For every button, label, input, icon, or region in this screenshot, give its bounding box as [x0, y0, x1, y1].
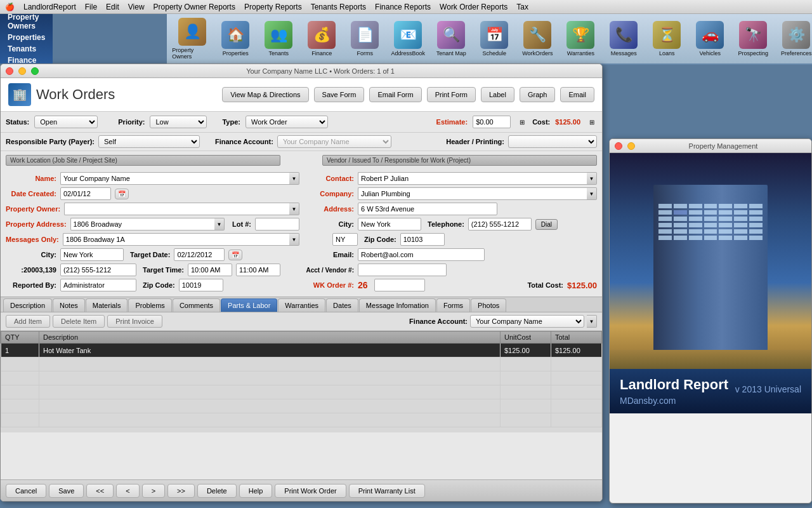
tab-photos[interactable]: Photos	[471, 298, 506, 312]
property-owner-arrow[interactable]: ▼	[289, 203, 299, 215]
messages-only-arrow[interactable]: ▼	[289, 233, 299, 246]
wk-order-input[interactable]	[374, 279, 425, 291]
tab-materials[interactable]: Materials	[86, 298, 128, 312]
toolbar-tenant-map[interactable]: 🔍 Tenant Map	[431, 17, 471, 61]
window-minimize-button[interactable]	[18, 67, 26, 75]
code-input[interactable]	[60, 264, 136, 276]
tab-parts-labor[interactable]: Parts & Labor	[221, 298, 277, 312]
city-right-input[interactable]	[358, 218, 421, 231]
target-time2-input[interactable]	[236, 264, 280, 276]
toolbar-prospecting[interactable]: 🔭 Prospecting	[733, 17, 773, 61]
menu-item-app[interactable]: LandlordReport	[23, 3, 76, 11]
prev-record-button[interactable]: <	[116, 484, 139, 498]
table-row[interactable]	[1, 385, 602, 399]
help-button[interactable]: Help	[239, 484, 273, 498]
email-input[interactable]	[358, 248, 485, 261]
contact-input[interactable]	[358, 172, 587, 185]
toolbar-vehicles[interactable]: 🚗 Vehicles	[690, 17, 730, 61]
view-map-button[interactable]: View Map & Directions	[222, 87, 308, 102]
sidebar-tenants[interactable]: Tenants	[8, 44, 45, 54]
zip-code-right-input[interactable]	[400, 233, 445, 246]
cost-grid-icon[interactable]: ⊞	[587, 117, 597, 127]
tab-warranties[interactable]: Warranties	[278, 298, 325, 312]
state-input[interactable]	[332, 233, 358, 246]
table-row[interactable]	[1, 371, 602, 385]
last-record-button[interactable]: >>	[167, 484, 195, 498]
finance-account-select[interactable]: Your Company Name	[277, 135, 391, 148]
company-arrow[interactable]: ▼	[587, 187, 597, 200]
toolbar-preferences[interactable]: ⚙️ Preferences	[776, 17, 812, 61]
toolbar-workorders[interactable]: 🔧 WorkOrders	[517, 17, 558, 61]
telephone-input[interactable]	[468, 218, 532, 231]
toolbar-properties[interactable]: 🏠 Properties	[215, 17, 256, 61]
toolbar-property-owners[interactable]: 👤 Property Owners	[172, 17, 213, 61]
tab-message-info[interactable]: Message Infomation	[359, 298, 436, 312]
sidebar-finance[interactable]: Finance	[8, 55, 45, 65]
property-address-arrow[interactable]: ▼	[214, 218, 225, 231]
print-form-button[interactable]: Print Form	[427, 87, 476, 102]
toolbar-forms[interactable]: 📄 Forms	[344, 17, 385, 61]
table-row[interactable]	[1, 358, 602, 371]
name-arrow[interactable]: ▼	[289, 172, 299, 185]
dial-button[interactable]: Dial	[535, 219, 558, 230]
window-maximize-button[interactable]	[31, 67, 39, 75]
header-printing-select[interactable]	[508, 135, 597, 148]
menu-item-edit[interactable]: Edit	[106, 3, 119, 11]
right-window-close[interactable]	[615, 142, 622, 150]
toolbar-messages[interactable]: 📞 Messages	[603, 17, 644, 61]
delete-item-button[interactable]: Delete Item	[53, 315, 105, 328]
print-work-order-button[interactable]: Print Work Order	[275, 484, 346, 498]
menu-item-file[interactable]: File	[85, 3, 97, 11]
zip-code-left-input[interactable]	[179, 279, 223, 291]
toolbar-finance[interactable]: 💰 Finance	[301, 17, 342, 61]
property-address-input[interactable]	[70, 218, 214, 231]
tab-forms[interactable]: Forms	[436, 298, 470, 312]
tab-dates[interactable]: Dates	[326, 298, 358, 312]
toolbar-loans[interactable]: ⏳ Loans	[646, 17, 687, 61]
print-warranty-list-button[interactable]: Print Warranty List	[349, 484, 425, 498]
add-item-button[interactable]: Add Item	[6, 315, 50, 328]
first-record-button[interactable]: <<	[86, 484, 114, 498]
estimate-grid-icon[interactable]: ⊞	[517, 117, 527, 127]
date-created-input[interactable]	[60, 187, 111, 200]
tab-description[interactable]: Description	[3, 298, 52, 312]
menu-item-property-owner-reports[interactable]: Property Owner Reports	[154, 3, 235, 11]
tab-comments[interactable]: Comments	[173, 298, 220, 312]
menu-item-finance-reports[interactable]: Finance Reports	[375, 3, 431, 11]
table-row[interactable]	[1, 399, 602, 413]
lot-input[interactable]	[255, 218, 299, 231]
company-input[interactable]	[358, 187, 587, 200]
parts-finance-account-select[interactable]: Your Company Name	[470, 315, 584, 328]
menu-item-property-reports[interactable]: Property Reports	[244, 3, 302, 11]
toolbar-schedule[interactable]: 📅 Schedule	[474, 17, 514, 61]
reported-by-input[interactable]	[60, 279, 136, 291]
messages-only-input[interactable]	[63, 233, 289, 246]
target-date-input[interactable]	[174, 248, 225, 261]
toolbar-addressbook[interactable]: 📧 AddressBook	[388, 17, 428, 61]
city-left-input[interactable]	[60, 248, 124, 261]
sidebar-properties[interactable]: Properties	[8, 32, 45, 43]
label-button[interactable]: Label	[481, 87, 514, 102]
address-input[interactable]	[358, 203, 497, 215]
name-input[interactable]	[60, 172, 289, 185]
priority-select[interactable]: Low	[150, 116, 207, 128]
cancel-button[interactable]: Cancel	[6, 484, 46, 498]
property-owner-input[interactable]	[64, 203, 289, 215]
email-button[interactable]: Email	[560, 87, 594, 102]
type-select[interactable]: Work Order	[246, 116, 328, 128]
tab-problems[interactable]: Problems	[128, 298, 171, 312]
status-select[interactable]: Open	[34, 116, 98, 128]
graph-button[interactable]: Graph	[520, 87, 556, 102]
toolbar-tenants[interactable]: 👥 Tenants	[258, 17, 299, 61]
next-record-button[interactable]: >	[142, 484, 165, 498]
estimate-input[interactable]	[473, 116, 511, 128]
target-time-input[interactable]	[188, 264, 232, 276]
responsible-party-select[interactable]: Self	[98, 135, 200, 148]
email-form-button[interactable]: Email Form	[369, 87, 421, 102]
delete-button[interactable]: Delete	[197, 484, 237, 498]
target-date-picker[interactable]: 📅	[228, 250, 242, 260]
print-invoice-button[interactable]: Print Invoice	[107, 315, 162, 328]
table-row[interactable]	[1, 413, 602, 427]
menu-item-work-order-reports[interactable]: Work Order Reports	[440, 3, 508, 11]
date-created-picker[interactable]: 📅	[115, 189, 129, 199]
